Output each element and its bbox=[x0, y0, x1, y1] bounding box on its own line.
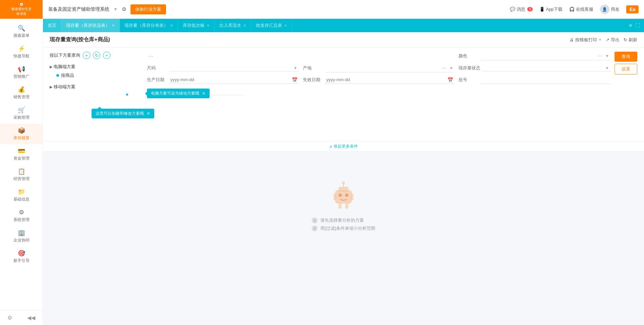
refresh-scheme-btn[interactable]: ↻ bbox=[93, 52, 100, 59]
sidebar-item-enterprise[interactable]: 🏢 企业协同 bbox=[0, 226, 43, 247]
sidebar-item-operations[interactable]: 📋 经营管理 bbox=[0, 165, 43, 185]
produce-date-cal-icon[interactable]: 📅 bbox=[290, 77, 299, 83]
sidebar-item-search[interactable]: 🔍 搜索菜单 bbox=[0, 21, 43, 42]
enterprise-icon: 🏢 bbox=[18, 229, 25, 236]
tooltip-1-text: 电脑方案可设为移动方案哦 bbox=[151, 91, 199, 96]
marketing-icon: 📢 bbox=[18, 66, 25, 72]
sidebar-item-sales[interactable]: 💰 销售管理 bbox=[0, 83, 43, 103]
tab-close-all-icon[interactable]: ✕ bbox=[629, 23, 633, 28]
collapse-chevron-up-icon: ∧ bbox=[329, 144, 332, 149]
sidebar-settings-btn[interactable]: ⚙ bbox=[7, 315, 12, 321]
produce-date-wrapper: 📅 bbox=[169, 76, 299, 84]
expire-date-cal-icon[interactable]: 📅 bbox=[446, 77, 454, 83]
tab-bar-end: ✕ ⛶ bbox=[625, 19, 644, 32]
sidebar-item-purchase[interactable]: 🛒 采购管理 bbox=[0, 103, 43, 124]
filter-row-3: 生产日期 📅 失效日期 📅 批号 bbox=[147, 76, 610, 84]
operations-icon: 📋 bbox=[18, 168, 25, 175]
sidebar: 畅 畅捷通好生意 标准版 🔍 搜索菜单 ⚡ 快捷导航 📢 营销推广 💰 销售管理… bbox=[0, 0, 43, 325]
color-dots: ··· bbox=[596, 52, 604, 59]
svg-rect-6 bbox=[333, 194, 336, 200]
refresh-btn[interactable]: ↻ 刷新 bbox=[624, 37, 637, 43]
sidebar-item-inventory[interactable]: 📦 库存核算 bbox=[0, 124, 43, 144]
refresh-icon: ↻ bbox=[624, 37, 627, 42]
field-goods: ··· bbox=[147, 53, 299, 60]
sidebar-nav: 🔍 搜索菜单 ⚡ 快捷导航 📢 营销推广 💰 销售管理 🛒 采购管理 📦 库存核… bbox=[0, 19, 43, 310]
sidebar-item-marketing[interactable]: 📢 营销推广 bbox=[0, 62, 43, 83]
tab-inventory-dist[interactable]: 现存量（库存分布表） ✕ bbox=[120, 19, 178, 32]
sidebar-item-quicknav[interactable]: ⚡ 快捷导航 bbox=[0, 42, 43, 62]
field-origin: 产地 ··· ▼ bbox=[303, 64, 455, 72]
origin-arrow: ▼ bbox=[448, 66, 454, 70]
header-right: 💬 消息 9 📱 App下载 🎧 在线客服 👤 用友 Ea bbox=[510, 5, 639, 14]
tooltip-2: 这里可以创建和修改方案哦 ✕ bbox=[92, 109, 154, 118]
hint-text-2: 用[过滤]条件来缩小分析范围 bbox=[320, 225, 375, 231]
message-icon: 💬 bbox=[510, 7, 515, 12]
main-content: 装备及固定资产辅助管理系统 ▼ ⚙ 体验行业方案 💬 消息 9 📱 App下载 … bbox=[43, 0, 644, 325]
system-name: 装备及固定资产辅助管理系统 bbox=[48, 6, 109, 12]
stock-status-select[interactable]: ▼ bbox=[482, 65, 610, 71]
tab-close-batch-ledger[interactable]: ✕ bbox=[207, 23, 210, 28]
sidebar-item-system[interactable]: ⚙ 系统管理 bbox=[0, 206, 43, 226]
size-arrow: ▼ bbox=[292, 66, 299, 70]
header-app[interactable]: 📱 App下载 bbox=[539, 6, 562, 12]
guide-icon: 🎯 bbox=[18, 250, 25, 257]
system-select-arrow[interactable]: ▼ bbox=[113, 7, 118, 12]
size-select[interactable]: ▼ bbox=[169, 65, 299, 71]
header-settings-icon[interactable]: ⚙ bbox=[122, 6, 126, 12]
header-user[interactable]: 👤 用友 bbox=[600, 5, 620, 14]
query-btn[interactable]: 查询 bbox=[614, 52, 637, 62]
tab-home[interactable]: 首页 bbox=[43, 19, 61, 32]
tab-receive-summary[interactable]: 收发存汇总表 ✕ bbox=[251, 19, 292, 32]
phone-icon: 📱 bbox=[539, 7, 545, 12]
tooltip-1: 电脑方案可设为移动方案哦 ✕ bbox=[147, 89, 210, 98]
tab-flow[interactable]: 出入库流水 ✕ bbox=[215, 19, 251, 32]
filter-area: 按以下方案查询 + ↻ « ▶ 电脑端方案 按商品 ▶ bbox=[43, 48, 644, 142]
user-avatar: 👤 bbox=[600, 5, 609, 14]
batch-input[interactable] bbox=[481, 76, 610, 84]
finance-icon: 💳 bbox=[18, 148, 25, 154]
origin-select[interactable]: ··· ▼ bbox=[325, 64, 455, 72]
export-icon: ↗ bbox=[606, 37, 609, 42]
tooltip-1-close[interactable]: ✕ bbox=[202, 91, 206, 96]
produce-date-input[interactable] bbox=[169, 76, 290, 84]
tab-bar: 首页 现存量（库存状况表） ✕ 现存量（库存分布表） ✕ 库存批次账 ✕ 出入库… bbox=[43, 19, 644, 32]
goods-dots[interactable]: ··· bbox=[147, 53, 155, 60]
sidebar-collapse-btn[interactable]: ◀◀ bbox=[27, 315, 35, 321]
sidebar-item-guide[interactable]: 🎯 新手引导 bbox=[0, 247, 43, 267]
filter-fields: ··· 颜色 ··· ▼ 尺码 bbox=[147, 52, 610, 95]
hint-num-1: 1 bbox=[312, 217, 318, 223]
set-btn[interactable]: 设置 bbox=[614, 64, 637, 74]
empty-hint-2: 2 用[过滤]条件来缩小分析范围 bbox=[312, 225, 375, 231]
svg-rect-7 bbox=[351, 194, 354, 200]
tab-close-inventory-dist[interactable]: ✕ bbox=[170, 23, 173, 28]
back-scheme-btn[interactable]: « bbox=[103, 52, 110, 59]
tab-close-receive-summary[interactable]: ✕ bbox=[284, 23, 287, 28]
tab-close-inventory-status[interactable]: ✕ bbox=[112, 23, 115, 28]
tab-batch-ledger[interactable]: 库存批次账 ✕ bbox=[178, 19, 215, 32]
header-support[interactable]: 🎧 在线客服 bbox=[569, 6, 593, 12]
collapse-bar[interactable]: ∧ 收起更多条件 bbox=[43, 142, 644, 152]
tab-close-flow[interactable]: ✕ bbox=[243, 23, 246, 28]
sidebar-item-basic[interactable]: 📁 基础信息 bbox=[0, 185, 43, 206]
svg-rect-9 bbox=[345, 204, 348, 209]
color-select[interactable]: ··· ▼ bbox=[481, 52, 610, 60]
highlight-dot bbox=[125, 93, 129, 96]
empty-hint-1: 1 请先选择要分析的方案 bbox=[312, 217, 375, 223]
experience-btn[interactable]: 体验行业方案 bbox=[130, 4, 166, 14]
hint-text-1: 请先选择要分析的方案 bbox=[320, 217, 364, 223]
print-btn[interactable]: 🖨 按模板打印 ▼ bbox=[570, 37, 602, 43]
header-message[interactable]: 💬 消息 9 bbox=[510, 6, 533, 12]
sidebar-item-finance[interactable]: 💳 资金管理 bbox=[0, 144, 43, 165]
tab-inventory-status[interactable]: 现存量（库存状况表） ✕ bbox=[61, 19, 120, 32]
add-scheme-btn[interactable]: + bbox=[83, 52, 90, 59]
empty-illustration bbox=[327, 178, 360, 212]
svg-point-4 bbox=[338, 194, 342, 197]
tooltip-2-text: 这里可以创建和修改方案哦 bbox=[96, 111, 144, 116]
expire-date-input[interactable] bbox=[325, 76, 446, 84]
tooltip-2-close[interactable]: ✕ bbox=[147, 111, 150, 116]
svg-point-5 bbox=[345, 194, 348, 197]
ea-badge: Ea bbox=[626, 5, 639, 13]
field-size: 尺码 ▼ bbox=[147, 65, 299, 71]
tab-fullscreen-icon[interactable]: ⛶ bbox=[635, 23, 640, 28]
export-btn[interactable]: ↗ 导出 bbox=[606, 37, 620, 43]
